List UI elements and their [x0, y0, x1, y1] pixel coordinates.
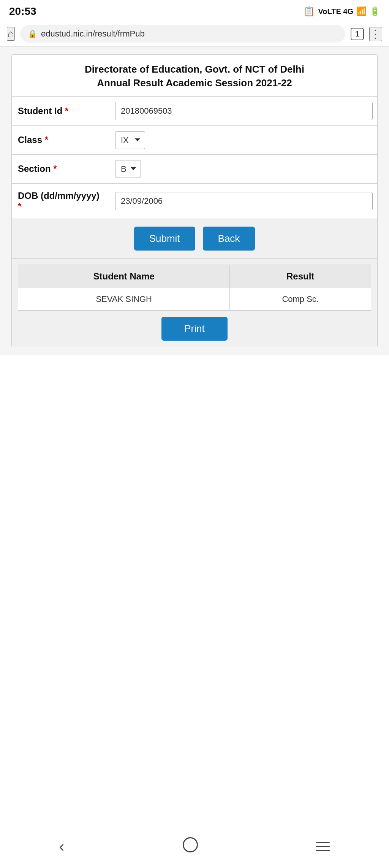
task-icon: 📋: [304, 6, 315, 17]
results-section: Student Name Result SEVAK SINGH Comp Sc.…: [12, 259, 377, 347]
student-name-cell: SEVAK SINGH: [18, 288, 230, 310]
url-bar[interactable]: 🔒 edustud.nic.in/result/frmPub: [20, 25, 345, 43]
student-id-row: Student Id *: [12, 97, 377, 126]
student-id-field[interactable]: [111, 97, 377, 125]
menu-nav-button[interactable]: [305, 839, 341, 854]
section-row: Section * A B C D: [12, 155, 377, 184]
browser-menu-button[interactable]: ⋮: [369, 27, 382, 41]
url-text: edustud.nic.in/result/frmPub: [41, 29, 145, 39]
signal-bars-icon: 📶: [356, 6, 367, 16]
col-result: Result: [230, 265, 371, 288]
section-field[interactable]: A B C D: [111, 155, 377, 183]
class-select[interactable]: IX X XI XII: [115, 131, 145, 149]
signal-text: VoLTE 4G: [318, 7, 353, 16]
form-buttons-row: Submit Back: [12, 219, 377, 259]
dob-label: DOB (dd/mm/yyyy) *: [12, 184, 111, 219]
section-label: Section *: [12, 157, 111, 181]
nav-lines-icon: [316, 842, 330, 851]
tab-count-badge[interactable]: 1: [351, 28, 364, 40]
home-button[interactable]: ⌂: [7, 27, 15, 41]
result-cell: Comp Sc.: [230, 288, 371, 310]
battery-icon: 🔋: [370, 6, 380, 16]
submit-button[interactable]: Submit: [134, 227, 195, 251]
status-bar: 20:53 📋 VoLTE 4G 📶 🔋: [0, 0, 389, 21]
student-id-input[interactable]: [115, 102, 373, 120]
form-title: Directorate of Education, Govt. of NCT o…: [19, 62, 370, 90]
col-student-name: Student Name: [18, 265, 230, 288]
required-mark: *: [62, 106, 68, 116]
table-row: SEVAK SINGH Comp Sc.: [18, 288, 371, 310]
browser-bar: ⌂ 🔒 edustud.nic.in/result/frmPub 1 ⋮: [0, 21, 389, 47]
status-time: 20:53: [9, 5, 36, 17]
dob-input[interactable]: [115, 192, 373, 210]
dob-field[interactable]: [111, 187, 377, 216]
lock-icon: 🔒: [28, 29, 37, 38]
results-table: Student Name Result SEVAK SINGH Comp Sc.: [18, 265, 371, 311]
dob-row: DOB (dd/mm/yyyy) *: [12, 184, 377, 219]
class-label: Class *: [12, 128, 111, 152]
form-card: Directorate of Education, Govt. of NCT o…: [11, 54, 378, 347]
print-button[interactable]: Print: [161, 317, 227, 341]
home-nav-circle: [183, 837, 198, 852]
form-header: Directorate of Education, Govt. of NCT o…: [12, 55, 377, 97]
print-row: Print: [18, 317, 371, 341]
back-nav-button[interactable]: ‹: [48, 835, 76, 858]
class-field[interactable]: IX X XI XII: [111, 126, 377, 154]
section-select[interactable]: A B C D: [115, 160, 141, 178]
bottom-nav: ‹: [0, 827, 389, 868]
student-id-label: Student Id *: [12, 99, 111, 123]
home-nav-button[interactable]: [171, 834, 209, 859]
class-row: Class * IX X XI XII: [12, 126, 377, 155]
status-icons: 📋 VoLTE 4G 📶 🔋: [304, 6, 380, 17]
page-content: Directorate of Education, Govt. of NCT o…: [0, 47, 389, 355]
back-button[interactable]: Back: [203, 227, 255, 251]
